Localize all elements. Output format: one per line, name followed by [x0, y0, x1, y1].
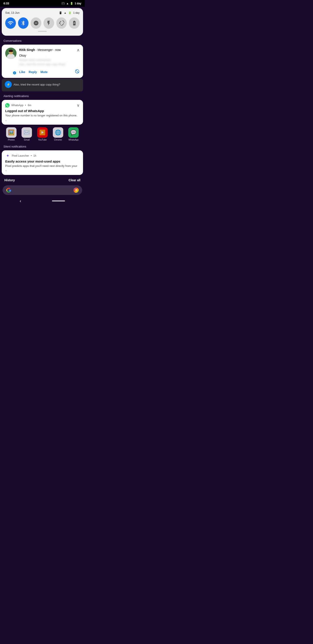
avatar-image — [5, 48, 16, 59]
pixel-launcher-app-name: Pixel Launcher — [12, 154, 29, 157]
pixel-launcher-notification-card: ✦ Pixel Launcher • 1h Easily access your… — [2, 150, 83, 175]
battery-label: 1 day — [74, 2, 81, 5]
clear-all-button[interactable]: Clear all — [69, 178, 80, 182]
notif-content: Ritik Singh · Messenger · now ∧ Okay Ple… — [19, 48, 79, 75]
app-icon-photos: 🖼️ Photos — [6, 127, 16, 141]
sparkle-icon: ✦ — [6, 154, 9, 158]
whatsapp-notification-card: WhatsApp • 6m ∨ Logged out of WhatsApp Y… — [2, 100, 83, 124]
battery-status-label: 1 day — [73, 11, 79, 14]
google-g-icon — [6, 188, 11, 193]
notif-message: Okay — [19, 54, 79, 57]
messenger-notification-card: ⚡ Ritik Singh · Messenger · now ∧ Okay P… — [2, 44, 83, 78]
whatsapp-notif-body: Your phone number is no longer registere… — [5, 114, 79, 122]
rotation-toggle[interactable] — [56, 18, 67, 29]
whatsapp-time: 6m — [28, 104, 31, 107]
app-icon-whatsapp: 💬 WhatsApp — [68, 127, 79, 141]
status-icons: 📳 ▲ 🔋 1 day — [61, 2, 81, 5]
messenger-notif-body: ⚡ Ritik Singh · Messenger · now ∧ Okay P… — [5, 48, 79, 75]
app-icons-row: 🖼️ Photos ✉️ Gmail ▶️ YouTube 🌐 Chrome 💬… — [0, 126, 85, 143]
chrome-icon: 🌐 — [53, 127, 63, 138]
qs-toggles-row — [5, 18, 79, 29]
whatsapp-expand-button[interactable]: ∨ — [77, 103, 79, 108]
pixel-launcher-dot: • — [31, 154, 31, 157]
battery-icon: 🔋 — [70, 2, 73, 5]
sender-name: Ritik Singh — [19, 48, 35, 52]
app-icon-chrome: 🌐 Chrome — [53, 127, 63, 141]
battery-saver-icon — [71, 20, 77, 26]
avatar-container: ⚡ — [5, 48, 16, 75]
google-mic-icon[interactable] — [73, 188, 79, 193]
dnd-icon — [33, 20, 39, 26]
rotation-icon — [59, 20, 64, 26]
pixel-launcher-notif-body: Pixel predicts apps that you'll need nex… — [5, 164, 79, 172]
conversations-section-label: Conversations — [0, 37, 85, 44]
wifi-icon — [7, 20, 13, 26]
nav-bar: ‹ — [0, 196, 85, 205]
bottom-bar: History Clear all — [0, 176, 85, 184]
pixel-launcher-notif-header: ✦ Pixel Launcher • 1h — [5, 154, 79, 158]
svg-line-8 — [76, 70, 79, 73]
bg-messenger-text: Also, tried the recent app copy thing? — [13, 83, 60, 86]
messenger-badge: ⚡ — [12, 71, 16, 75]
quick-settings-panel: Sat, 13 Jun 📳 ▲ 🔋 1 day — [2, 8, 83, 36]
nav-home-indicator[interactable] — [52, 200, 65, 202]
app-icon-youtube: ▶️ YouTube — [37, 127, 48, 141]
notif-blurred-line1: Please send screenshots — [19, 58, 79, 62]
pixel-launcher-time: 1h — [33, 154, 36, 157]
whatsapp-app-name: WhatsApp — [11, 104, 23, 107]
silent-section-label: Silent notifications — [0, 143, 85, 150]
notif-actions: Like Reply Mute — [19, 69, 79, 75]
bluetooth-toggle[interactable] — [18, 18, 29, 29]
pixel-launcher-notif-title: Easily access your most-used apps — [5, 160, 79, 163]
flashlight-icon — [46, 20, 51, 26]
snooze-icon — [75, 69, 79, 75]
battery-status-icon: 🔋 — [68, 11, 71, 14]
time-separator: · — [53, 48, 55, 52]
qs-header-right: 📳 ▲ 🔋 1 day — [59, 11, 79, 14]
status-bar: 6:33 📳 ▲ 🔋 1 day — [0, 0, 85, 7]
qs-drag-handle — [38, 31, 47, 32]
whatsapp-app-info: WhatsApp • 6m — [5, 103, 31, 108]
qs-header: Sat, 13 Jun 📳 ▲ 🔋 1 day — [5, 11, 79, 14]
messenger-bg-preview: ⚡ Also, tried the recent app copy thing? — [2, 79, 83, 92]
app-icon-gmail: ✉️ Gmail — [21, 127, 32, 141]
messenger-collapse-button[interactable]: ∧ — [77, 48, 79, 52]
messenger-badge-icon: ⚡ — [13, 72, 16, 74]
pixel-launcher-icon: ✦ — [5, 154, 10, 158]
nav-back-button[interactable]: ‹ — [20, 198, 21, 204]
wifi-status-indicator: ▲ — [64, 11, 66, 14]
dnd-toggle[interactable] — [31, 18, 41, 29]
whatsapp-icon: 💬 — [68, 127, 79, 138]
history-label: History — [4, 178, 15, 182]
whatsapp-notif-title: Logged out of WhatsApp — [5, 109, 79, 113]
notif-header: Ritik Singh · Messenger · now ∧ — [19, 48, 79, 52]
mute-button[interactable]: Mute — [40, 70, 48, 74]
youtube-icon: ▶️ — [37, 127, 48, 138]
gmail-icon: ✉️ — [21, 127, 32, 138]
battery-saver-toggle[interactable] — [69, 18, 79, 29]
pixel-launcher-app-info: ✦ Pixel Launcher • 1h — [5, 154, 36, 158]
app-name-separator: · — [36, 48, 38, 52]
like-button[interactable]: Like — [19, 70, 25, 74]
photos-icon: 🖼️ — [6, 127, 16, 138]
wifi-toggle[interactable] — [5, 18, 16, 29]
whatsapp-app-icon — [5, 103, 9, 108]
qs-date: Sat, 13 Jun — [5, 11, 19, 14]
vibrate-status-icon: 📳 — [59, 11, 62, 14]
notif-blurred-line2: Also, tried the recent app copy thing? — [19, 62, 79, 66]
bluetooth-icon — [20, 20, 26, 26]
avatar — [5, 48, 16, 59]
bg-messenger-icon: ⚡ — [5, 81, 12, 88]
notif-time: now — [55, 48, 61, 52]
google-search-bar[interactable] — [2, 185, 82, 195]
time-display: 6:33 — [3, 2, 9, 5]
reply-button[interactable]: Reply — [29, 70, 37, 74]
whatsapp-notif-header: WhatsApp • 6m ∨ — [5, 103, 79, 108]
notif-app-name: Messenger — [38, 48, 53, 52]
person-silhouette — [5, 48, 16, 59]
flashlight-toggle[interactable] — [43, 18, 54, 29]
svg-rect-6 — [9, 50, 13, 52]
wifi-status-icon: ▲ — [66, 2, 69, 5]
whatsapp-dot: • — [25, 104, 26, 107]
alerting-section-label: Alerting notifications — [0, 92, 85, 99]
